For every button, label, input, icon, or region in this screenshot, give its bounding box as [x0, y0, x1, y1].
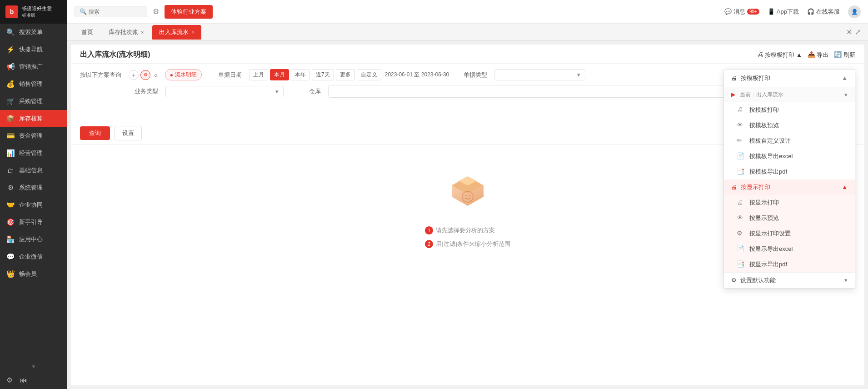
excel-icon: 📄: [737, 152, 745, 160]
customer-service-button[interactable]: 🎧 在线客服: [807, 8, 840, 16]
sidebar-label-purchase: 采购管理: [19, 97, 43, 105]
sidebar-scroll-down[interactable]: ▼: [0, 363, 67, 371]
tab-home[interactable]: 首页: [75, 25, 100, 40]
sidebar-item-appstore[interactable]: 🏪 应用中心: [0, 231, 67, 248]
dropdown-display-print-settings[interactable]: ⚙ 按显示打印设置: [724, 226, 855, 241]
dropdown-template-print-header[interactable]: 🖨 按模板打印 ▲: [724, 70, 855, 87]
sidebar-label-member: 畅会员: [19, 270, 37, 278]
dropdown-display-print[interactable]: 🖨 按显示打印: [724, 195, 855, 210]
dropdown-default-func[interactable]: ⚙ 设置默认功能 ▾: [724, 272, 855, 288]
message-button[interactable]: 💬 消息 99+: [724, 8, 759, 16]
app-download-button[interactable]: 📱 App下载: [768, 8, 799, 16]
dropdown-header-arrow[interactable]: ▲: [842, 75, 848, 81]
dropdown-display-pdf-label: 按显示导出pdf: [749, 260, 787, 269]
sidebar-item-basic[interactable]: 🗂 基础信息: [0, 162, 67, 179]
dropdown-display-pdf[interactable]: 📑 按显示导出pdf: [724, 257, 855, 272]
sidebar-item-guide[interactable]: 🎯 新手引导: [0, 214, 67, 231]
date-last7[interactable]: 近7天: [312, 69, 334, 80]
sidebar-label-quicknav: 快捷导航: [19, 45, 43, 54]
main-area: 🔍 ⚙ 体验行业方案 💬 消息 99+ 📱 App下载 🎧 在线客服 👤: [67, 0, 868, 389]
dropdown-display-print-header[interactable]: 🖨 按显示打印 ▲: [724, 180, 855, 195]
message-label: 消息: [733, 8, 745, 16]
tab-inventory-flow[interactable]: 出入库流水 ×: [152, 25, 201, 40]
tab-close-icon[interactable]: ✕: [846, 28, 852, 36]
download-icon: 📱: [768, 8, 775, 15]
filter-settings-button[interactable]: ⚙: [140, 70, 150, 80]
setting-button[interactable]: 设置: [115, 126, 142, 140]
sidebar-item-purchase[interactable]: 🛒 采购管理: [0, 93, 67, 110]
sidebar-item-marketing[interactable]: 📢 营销推广: [0, 58, 67, 75]
guide-icon: 🎯: [6, 218, 15, 226]
refresh-icon: 🔄: [834, 51, 842, 58]
dropdown-display-excel-label: 按显示导出excel: [749, 245, 793, 253]
dropdown-template-custom[interactable]: ✏ 模板自定义设计: [724, 133, 855, 149]
industry-solution-button[interactable]: 体验行业方案: [165, 5, 213, 19]
doc-type-select[interactable]: ▾: [494, 69, 585, 80]
sidebar-label-marketing: 营销推广: [19, 63, 43, 71]
dropdown-template-preview[interactable]: 👁 按模板预览: [724, 118, 855, 133]
sidebar-item-system[interactable]: ⚙ 系统管理: [0, 179, 67, 196]
filter-collapse-button[interactable]: «: [154, 71, 158, 79]
print-header-icon: 🖨: [731, 75, 737, 81]
avatar[interactable]: 👤: [848, 5, 861, 18]
tab-maximize-icon[interactable]: ⤢: [855, 28, 861, 36]
print-dropdown: 🖨 按模板打印 ▲ ▶ 当前：出入库流水 ▾ 🖨 按模板打印: [723, 69, 855, 289]
display-pdf-icon: 📑: [737, 260, 745, 269]
date-filter: 上月 本月 本年 近7天 更多 自定义 2023-06-01 至 2023-06…: [249, 69, 449, 80]
sidebar-item-inventory[interactable]: 📦 库存核算: [0, 110, 67, 127]
tab-inventory-flow-close[interactable]: ×: [191, 30, 194, 35]
sidebar-item-weixin[interactable]: 💬 企业微信: [0, 248, 67, 265]
dropdown-template-excel[interactable]: 📄 按模板导出excel: [724, 149, 855, 164]
business-type-label: 业务类型: [135, 87, 158, 95]
sidebar-item-enterprise[interactable]: 🤝 企业协同: [0, 196, 67, 214]
message-icon: 💬: [724, 8, 732, 15]
tab-inventory-batch-label: 库存批次账: [109, 28, 138, 36]
dropdown-display-excel[interactable]: 📄 按显示导出excel: [724, 241, 855, 257]
sidebar-item-quicknav[interactable]: ⚡ 快捷导航: [0, 41, 67, 58]
active-filter-label: 流水明细: [175, 71, 197, 79]
export-button[interactable]: 📤 导出: [808, 51, 829, 59]
dropdown-template-print[interactable]: 🖨 按模板打印: [724, 102, 855, 118]
weixin-icon: 💬: [6, 253, 15, 261]
dropdown-template-pdf[interactable]: 📑 按模板导出pdf: [724, 164, 855, 180]
date-custom[interactable]: 自定义: [357, 69, 381, 80]
sidebar-item-sales[interactable]: 💰 销售管理: [0, 75, 67, 93]
dropdown-display-preview[interactable]: 👁 按显示预览: [724, 210, 855, 226]
header-search-box[interactable]: 🔍: [75, 6, 147, 17]
content-area: 出入库流水(流水明细) 🖨 按模板打印 ▲ 🖨 按模板打印 ▲: [71, 45, 864, 385]
active-filter-chip[interactable]: ● 流水明细: [165, 69, 202, 80]
tab-inventory-batch-close[interactable]: ×: [141, 30, 144, 35]
date-more[interactable]: 更多: [336, 69, 355, 80]
date-prev-month[interactable]: 上月: [249, 69, 268, 80]
sidebar-item-member[interactable]: 👑 畅会员: [0, 265, 67, 283]
empty-tip-1: 1 请先选择要分析的方案: [425, 226, 510, 237]
display-settings-icon: ⚙: [737, 229, 745, 238]
app-version: 标准版: [22, 12, 52, 19]
gear-icon[interactable]: ⚙: [153, 7, 159, 16]
footer-settings-icon[interactable]: ⚙: [6, 376, 13, 384]
date-current-year[interactable]: 本年: [291, 69, 310, 80]
footer-collapse-icon[interactable]: ⏮: [20, 376, 27, 384]
query-button[interactable]: 查询: [80, 126, 110, 140]
system-icon: ⚙: [6, 184, 15, 192]
search-icon-header: 🔍: [80, 8, 87, 15]
sidebar-label-guide: 新手引导: [19, 218, 43, 226]
tabs-bar: 首页 库存批次账 × 出入库流水 × ✕ ⤢: [67, 24, 868, 41]
sidebar-item-operation[interactable]: 📊 经营管理: [0, 145, 67, 162]
operation-icon: 📊: [6, 149, 15, 157]
refresh-button[interactable]: 🔄 刷新: [834, 51, 855, 59]
refresh-label: 刷新: [843, 51, 855, 58]
chevron-up-icon: ▲: [796, 51, 802, 58]
page-title: 出入库流水(流水明细): [80, 50, 150, 60]
date-current-month[interactable]: 本月: [270, 69, 289, 80]
page-actions: 🖨 按模板打印 ▲ 🖨 按模板打印 ▲: [757, 51, 855, 59]
sidebar-item-finance[interactable]: 💳 资金管理: [0, 127, 67, 145]
filter-add-button[interactable]: +: [129, 70, 139, 80]
search-input[interactable]: [89, 9, 143, 15]
header-right: 💬 消息 99+ 📱 App下载 🎧 在线客服 👤: [724, 5, 861, 18]
sidebar-item-search[interactable]: 🔍 搜索菜单: [0, 24, 67, 41]
template-print-button[interactable]: 🖨 按模板打印 ▲: [757, 51, 802, 59]
business-chevron-down: ▾: [275, 88, 279, 95]
business-type-select[interactable]: ▾: [165, 86, 284, 97]
tab-inventory-batch[interactable]: 库存批次账 ×: [102, 25, 150, 40]
